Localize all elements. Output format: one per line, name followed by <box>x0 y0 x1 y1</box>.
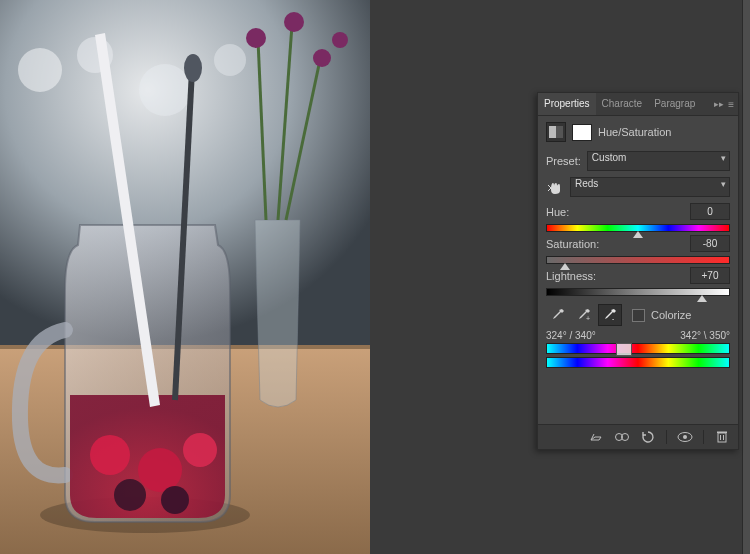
svg-rect-23 <box>549 126 556 138</box>
hue-slider[interactable] <box>546 224 730 232</box>
tab-properties[interactable]: Properties <box>538 93 596 115</box>
preset-select[interactable]: Custom <box>587 151 730 171</box>
svg-point-30 <box>683 435 687 439</box>
lightness-label: Lightness: <box>546 270 690 282</box>
svg-point-13 <box>332 32 348 48</box>
tab-character[interactable]: Characte <box>596 93 649 115</box>
preset-label: Preset: <box>546 155 581 167</box>
svg-point-15 <box>90 435 130 475</box>
targeted-adjust-icon[interactable] <box>546 179 564 195</box>
lightness-value[interactable]: +70 <box>690 267 730 284</box>
panel-footer <box>538 424 738 449</box>
colorize-checkbox[interactable] <box>632 309 645 322</box>
svg-point-11 <box>284 12 304 32</box>
svg-point-4 <box>214 44 246 76</box>
svg-point-3 <box>139 64 191 116</box>
adjustment-thumb-icon <box>546 122 566 142</box>
canvas-photo <box>0 0 370 554</box>
hue-value[interactable]: 0 <box>690 203 730 220</box>
svg-point-16 <box>138 448 182 492</box>
eyedropper-add-icon[interactable]: + <box>572 304 596 326</box>
view-previous-state-icon[interactable] <box>614 429 630 445</box>
reset-icon[interactable] <box>640 429 656 445</box>
color-range-select[interactable]: Reds <box>570 177 730 197</box>
saturation-value[interactable]: -80 <box>690 235 730 252</box>
panel-tabs: Properties Characte Paragrap ▸▸ ≡ <box>538 93 738 116</box>
svg-rect-31 <box>718 433 726 442</box>
svg-rect-32 <box>717 432 727 434</box>
tab-paragraph[interactable]: Paragrap <box>648 93 701 115</box>
svg-point-22 <box>184 54 202 82</box>
properties-panel: Properties Characte Paragrap ▸▸ ≡ Hue/Sa… <box>537 92 739 450</box>
lightness-slider[interactable] <box>546 288 730 296</box>
saturation-label: Saturation: <box>546 238 690 250</box>
svg-text:+: + <box>586 315 590 322</box>
svg-rect-24 <box>556 126 563 138</box>
range-left-readout: 324° / 340° <box>546 330 596 341</box>
eyedropper-icon[interactable] <box>546 304 570 326</box>
hue-range-marker[interactable] <box>616 343 632 356</box>
trash-icon[interactable] <box>714 429 730 445</box>
hue-range-strip-bottom <box>546 357 730 368</box>
svg-point-19 <box>161 486 189 514</box>
svg-point-10 <box>246 28 266 48</box>
hue-range-strip-top[interactable] <box>546 343 730 354</box>
dock-edge <box>742 0 750 554</box>
adjustment-title: Hue/Saturation <box>598 126 671 138</box>
svg-point-1 <box>18 48 62 92</box>
clip-to-layer-icon[interactable] <box>588 429 604 445</box>
range-right-readout: 342° \ 350° <box>680 330 730 341</box>
visibility-icon[interactable] <box>677 429 693 445</box>
svg-point-17 <box>183 433 217 467</box>
saturation-slider[interactable] <box>546 256 730 264</box>
hue-label: Hue: <box>546 206 690 218</box>
svg-text:-: - <box>612 315 615 322</box>
svg-point-12 <box>313 49 331 67</box>
collapse-panel-icon[interactable]: ▸▸ <box>714 99 724 109</box>
eyedropper-subtract-icon[interactable]: - <box>598 304 622 326</box>
panel-menu-icon[interactable]: ≡ <box>728 99 734 110</box>
svg-point-18 <box>114 479 146 511</box>
layer-mask-thumb[interactable] <box>572 124 592 141</box>
colorize-label: Colorize <box>651 309 691 321</box>
